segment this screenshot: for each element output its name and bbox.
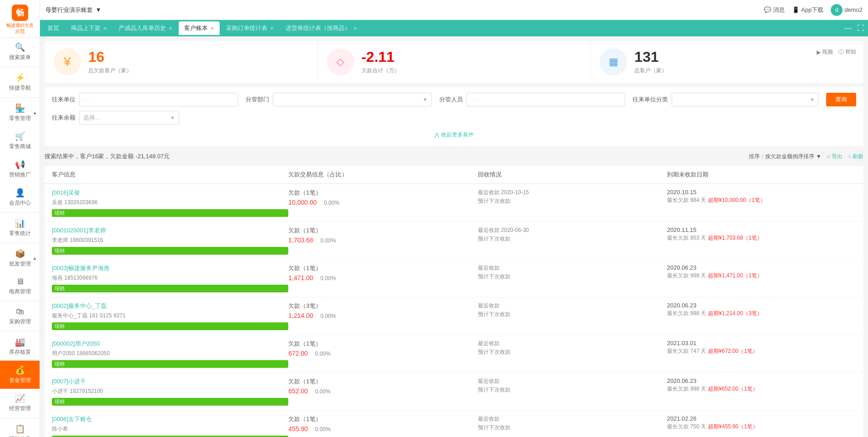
overdue-cell-4: 2021.03.01 最长欠款 747 天 超期¥672.00（1笔） (667, 340, 856, 355)
overdue-date-6: 2021.02.26 (667, 415, 856, 422)
tab-purchase-stat[interactable]: 进货单统计表（按商品）✕ (280, 21, 362, 35)
tab-purchase-order[interactable]: 采购订单统计表✕ (221, 21, 279, 35)
tab-close-product-history[interactable]: ✕ (169, 26, 172, 31)
sidebar-item-quick-nav[interactable]: ⚡快捷导航 (0, 68, 40, 96)
overdue-link-5[interactable]: 超期¥652.00（1笔） (708, 386, 758, 392)
recovery-date-5: 最近收款 (478, 377, 667, 385)
balance-select[interactable]: 选择... ▼ (79, 111, 179, 125)
sidebar: 畅 畅捷通好生意示范 🔍搜索菜单⚡快捷导航🏪零售管理🛒零售商城📢营销推广👤会员中… (0, 0, 40, 437)
overdue-days-4: 最长欠款 747 天 超期¥672.00（1笔） (667, 347, 856, 355)
tab-close-customer-account[interactable]: ✕ (211, 26, 214, 31)
recovery-cell-3: 最近收款 预计下次收款 (478, 302, 667, 318)
debt-ratio-1: 0.00% (321, 237, 336, 244)
sidebar-item-search[interactable]: 🔍搜索菜单 (0, 38, 40, 66)
customer-name-link-3[interactable]: [0002]服务中心_丁磊 (52, 302, 107, 309)
overdue-link-4[interactable]: 超期¥672.00（1笔） (708, 348, 758, 354)
user-menu[interactable]: d demo2 (831, 4, 863, 16)
overdue-link-0[interactable]: 超期¥10,000.00（1笔） (708, 197, 766, 203)
overdue-link-1[interactable]: 超期¥1,703.68（1笔） (708, 235, 763, 241)
sidebar-item-retail-mgmt[interactable]: 🏪零售管理 (0, 99, 40, 127)
maximize-btn[interactable]: ⛶ (855, 24, 866, 32)
sidebar-item-basic-info[interactable]: 📋基础信息 (0, 419, 40, 437)
topbar-right: 💬 消息 📱 App下载 d demo2 (764, 4, 863, 16)
recovery-date-2: 最近收款 (478, 264, 667, 272)
customer-tag-5: 现销 (52, 398, 288, 406)
sidebar-item-retail-stat[interactable]: 📊零售统计 (0, 214, 40, 242)
sidebar-item-batch-mgmt[interactable]: 📦批发管理 (0, 244, 40, 272)
batch-mgmt-icon: 📦 (15, 249, 25, 259)
tab-actions: — ⛶ (843, 24, 866, 32)
sidebar-item-finance[interactable]: 💰资金管理 (0, 361, 40, 389)
sidebar-item-ecommerce[interactable]: 🖥电商管理 (0, 272, 40, 300)
debt-amount-3: 1,214.00 (288, 312, 313, 319)
search-button[interactable]: 查询 (826, 93, 856, 106)
overdue-cell-0: 2020.10.15 最长欠款 884 天 超期¥10,000.00（1笔） (667, 189, 856, 204)
message-btn[interactable]: 💬 消息 (764, 6, 785, 14)
dept-select[interactable]: ▼ (273, 93, 432, 106)
customer-name-link-1[interactable]: [0001020001]李老师 (52, 227, 106, 234)
category-select[interactable]: ▼ (672, 93, 819, 106)
overdue-date-3: 2020.06.23 (667, 302, 856, 309)
overdue-cell-6: 2021.02.26 最长欠款 750 天 超期¥455.90（1笔） (667, 415, 856, 431)
tab-product-off[interactable]: 商品上下架✕ (65, 21, 112, 35)
sidebar-item-operations[interactable]: 📈经营管理 (0, 389, 40, 417)
video-btn[interactable]: ▶ 视频 (817, 48, 833, 56)
sidebar-item-purchase[interactable]: 🛍采购管理 (0, 302, 40, 330)
export-btn[interactable]: ○ 导出 (827, 153, 843, 161)
sidebar-divider (0, 212, 40, 213)
customer-name-link-2[interactable]: [0003]畅捷服务尹海燕 (52, 265, 110, 271)
tab-close-purchase-order[interactable]: ✕ (270, 26, 274, 31)
debt-cell-4: 欠款（1笔） 672.00 0.00% (288, 340, 477, 357)
sidebar-item-member[interactable]: 👤会员中心 (0, 183, 40, 211)
debt-cell-3: 欠款（3笔） 1,214.00 0.00% (288, 302, 477, 319)
customer-name-link-5[interactable]: [0007]小进干 (52, 378, 86, 385)
stat-label-0: 总欠款客户（家） (88, 67, 132, 75)
recovery-date-6: 最近收款 (478, 415, 667, 423)
sidebar-item-label: 零售管理 (9, 115, 31, 122)
stat-label-2: 总客户（家） (634, 67, 667, 75)
debt-ratio-3: 0.00% (321, 313, 336, 319)
tab-close-purchase-stat[interactable]: ✕ (353, 26, 357, 31)
col-header-3: 到期未收款日期 (667, 171, 856, 179)
sidebar-item-label: 营销推广 (9, 171, 31, 179)
customer-name-link-0[interactable]: [0016]吴俊 (52, 189, 80, 196)
supplier-input[interactable]: ··· (79, 93, 238, 106)
customer-tag-2: 现销 (52, 285, 288, 292)
company-arrow: ▼ (95, 6, 101, 13)
overdue-link-3[interactable]: 超期¥1,214.00（3笔） (708, 310, 763, 316)
tab-close-product-off[interactable]: ✕ (103, 26, 107, 31)
overdue-link-6[interactable]: 超期¥455.90（1笔） (708, 423, 758, 430)
debt-amount-4: 672.00 (288, 350, 308, 357)
sidebar-item-retail-mall[interactable]: 🛒零售商城 (0, 127, 40, 155)
sidebar-divider (0, 97, 40, 98)
refresh-btn[interactable]: ○ 刷新 (848, 153, 863, 161)
sidebar-item-marketing[interactable]: 📢营销推广 (0, 155, 40, 183)
sort-select[interactable]: 排序：按欠款金额倒序排序 ▼ (749, 153, 822, 161)
minimize-btn[interactable]: — (843, 24, 853, 32)
sort-arrow: ▼ (816, 153, 822, 160)
recovery-next-6: 预计下次收款 (478, 424, 667, 432)
customer-sub-0: 吴俊 13026203696 (52, 199, 288, 206)
collapse-icon: ⋀ (435, 132, 439, 138)
tab-label-purchase-stat: 进货单统计表（按商品） (286, 24, 351, 32)
help-btn[interactable]: ⓘ 帮助 (838, 48, 856, 56)
debt-cell-6: 欠款（1笔） 455.90 0.00% (288, 415, 477, 432)
tab-home[interactable]: 首页 (42, 21, 65, 35)
tab-customer-account[interactable]: 客户账本✕ (179, 21, 220, 35)
manager-input[interactable]: ··· (467, 93, 626, 106)
table-row: [0006]去下粮仓 陈小希 现销 欠款（1笔） 455.90 0.00% 最近… (45, 411, 863, 437)
customer-name-link-6[interactable]: [0006]去下粮仓 (52, 416, 92, 422)
overdue-cell-1: 2020.11.15 最长欠款 853 天 超期¥1,703.68（1笔） (667, 226, 856, 242)
recovery-cell-4: 最近收款 预计下次收款 (478, 340, 667, 356)
filter-supplier-label: 往来单位 (52, 95, 75, 104)
recovery-date-1: 最近收款 2020-06-30 (478, 226, 667, 234)
customer-cell-1: [0001020001]李老师 李老师 18600391516 现销 (52, 226, 288, 255)
app-download-btn[interactable]: 📱 App下载 (792, 6, 823, 14)
overdue-link-2[interactable]: 超期¥1,471.00（1笔） (708, 272, 763, 279)
tab-product-history[interactable]: 产成品入库单历史✕ (113, 21, 178, 35)
recovery-next-4: 预计下次收款 (478, 348, 667, 356)
customer-name-link-4[interactable]: [000002]用户2050 (52, 340, 100, 347)
sidebar-item-inventory[interactable]: 🏭库存核算 (0, 332, 40, 361)
collapse-button[interactable]: ⋀ 收起更多条件 (435, 131, 474, 139)
sidebar-item-label: 零售统计 (9, 230, 31, 237)
